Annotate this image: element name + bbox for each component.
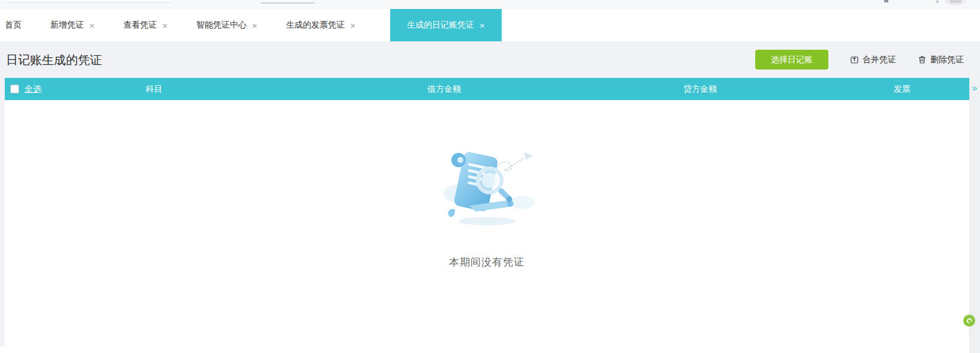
page-actions: 选择日记账 合并凭证 删除凭证: [755, 41, 964, 78]
delete-voucher-button[interactable]: 删除凭证: [918, 55, 964, 65]
expand-panel-icon[interactable]: »: [970, 82, 979, 95]
merge-voucher-icon: [850, 55, 859, 64]
tab-label: 生成的日记账凭证: [407, 20, 474, 31]
tab-new-voucher[interactable]: 新增凭证 ×: [36, 9, 109, 41]
column-header-subject: 科目: [146, 78, 162, 100]
empty-illustration: [438, 147, 535, 228]
tab-invoice-vouchers[interactable]: 生成的发票凭证 ×: [272, 9, 370, 41]
close-icon[interactable]: ×: [162, 21, 168, 30]
tab-label: 查看凭证: [123, 20, 157, 31]
avatar-badge: [949, 0, 961, 3]
bottom-scroll-area: [0, 346, 969, 353]
select-all-checkbox[interactable]: [10, 85, 19, 93]
floating-help-button[interactable]: [963, 315, 975, 327]
page-header: 日记账生成的凭证 选择日记账 合并凭证 删除凭证: [0, 41, 980, 78]
tab-label: 新增凭证: [50, 20, 84, 31]
column-header-credit-amount: 贷方金额: [683, 78, 717, 100]
tab-smart-voucher-center[interactable]: 智能凭证中心 ×: [182, 9, 272, 41]
mini-icon: [884, 0, 888, 2]
mini-dot-icon: [936, 1, 939, 3]
collapsed-side-panel[interactable]: [969, 78, 980, 353]
table-header: 全选 科目 借方金额 贷方金额 发票: [5, 78, 969, 100]
tab-label: 生成的发票凭证: [286, 20, 345, 31]
tab-journal-vouchers[interactable]: 生成的日记账凭证 ×: [390, 9, 502, 41]
top-toolbar-cutoff: [0, 0, 980, 9]
tab-label: 智能凭证中心: [197, 20, 247, 31]
merge-voucher-label: 合并凭证: [863, 55, 896, 65]
close-icon[interactable]: ×: [252, 21, 258, 30]
merge-voucher-button[interactable]: 合并凭证: [850, 55, 896, 65]
close-icon[interactable]: ×: [89, 21, 95, 30]
empty-state-text: 本期间没有凭证: [438, 255, 535, 269]
toolbar-divider-line: [261, 2, 315, 4]
column-header-debit-amount: 借方金额: [427, 78, 461, 100]
tab-view-voucher[interactable]: 查看凭证 ×: [109, 9, 182, 41]
trash-icon: [918, 55, 927, 64]
tab-bar: 首页 新增凭证 × 查看凭证 × 智能凭证中心 × 生成的发票凭证 × 生成的日…: [0, 9, 980, 41]
delete-voucher-label: 删除凭证: [930, 55, 964, 65]
tab-label: 首页: [5, 20, 22, 31]
help-ring-icon: [966, 317, 973, 324]
tab-home[interactable]: 首页: [0, 9, 36, 41]
column-header-invoice: 发票: [894, 78, 910, 100]
select-journal-button[interactable]: 选择日记账: [755, 50, 828, 70]
toolbar-divider-line: [4, 2, 173, 3]
page-title: 日记账生成的凭证: [6, 52, 102, 68]
close-icon[interactable]: ×: [350, 21, 355, 30]
close-icon[interactable]: ×: [480, 21, 485, 30]
select-all-label[interactable]: 全选: [25, 78, 41, 100]
empty-state: 本期间没有凭证: [438, 147, 535, 269]
